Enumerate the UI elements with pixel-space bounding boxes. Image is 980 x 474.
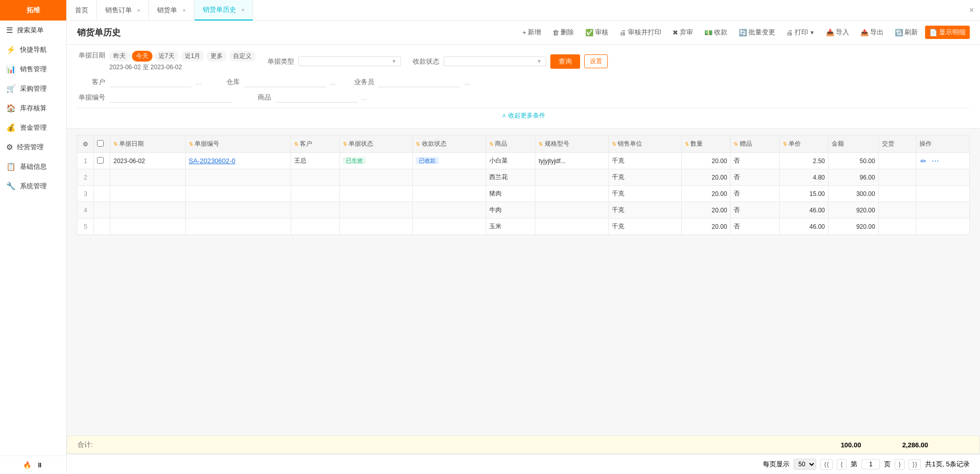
goods-input[interactable] — [275, 92, 357, 103]
salesperson-dots[interactable]: ... — [465, 78, 470, 86]
date-filter-label: 单据日期 — [77, 51, 105, 60]
per-page-select[interactable]: 50 — [794, 459, 816, 470]
chip-today[interactable]: 今天 — [132, 51, 152, 62]
print-button[interactable]: 🖨 打印 ▼ — [782, 26, 819, 39]
abandon-icon: ✖ — [672, 29, 678, 36]
receive-button[interactable]: 💵 收款 — [700, 26, 732, 39]
col-unit[interactable]: ⇅ 销售单位 — [608, 135, 681, 153]
chip-yesterday[interactable]: 昨天 — [109, 51, 130, 62]
warehouse-dots[interactable]: ... — [330, 78, 336, 86]
tab-sales-goods[interactable]: 销货单 × — [149, 0, 194, 21]
sidebar-item-purchase-mgmt[interactable]: 🛒 采购管理 — [0, 79, 66, 98]
salesperson-input[interactable] — [378, 77, 460, 87]
col-unit-price[interactable]: ⇅ 单价 — [779, 135, 828, 153]
sidebar-item-basic-info[interactable]: 📋 基础信息 — [0, 157, 66, 176]
table-header-row: ⚙ ⇅ 单据日期 ⇅ 单据编号 ⇅ 客户 ⇅ 单据状态 ⇅ 收款状态 ⇅ 商品 … — [78, 135, 970, 153]
col-pay-status[interactable]: ⇅ 收款状态 — [413, 135, 486, 153]
col-quantity[interactable]: ⇅ 数量 — [682, 135, 731, 153]
doc-no-link[interactable]: SA-20230602-0 — [189, 157, 236, 165]
select-all-checkbox[interactable] — [97, 140, 104, 147]
fire-icon[interactable]: 🔥 — [23, 461, 31, 469]
page-next-button[interactable]: ⟩ — [895, 459, 905, 470]
payment-status-select[interactable]: ▼ — [444, 56, 546, 66]
chip-last7[interactable]: 近7天 — [155, 51, 179, 62]
page-input[interactable] — [861, 459, 880, 469]
doc-type-select[interactable]: ▼ — [298, 56, 401, 66]
cell-quantity: 20.00 — [682, 153, 731, 169]
abandon-button[interactable]: ✖ 弃审 — [668, 26, 697, 39]
tab-sales-order-close[interactable]: × — [137, 7, 140, 13]
cell-checkbox — [94, 153, 110, 169]
customer-filter: 客户 ... — [77, 77, 201, 87]
show-detail-button[interactable]: 📄 显示明细 — [925, 26, 970, 39]
refresh-button[interactable]: 🔃 刷新 — [891, 26, 922, 39]
audit-print-button[interactable]: 🖨 审核并打印 — [616, 26, 665, 39]
col-spec[interactable]: ⇅ 规格型号 — [535, 135, 608, 153]
cell-pay-status — [413, 169, 486, 186]
cell-amount: 50.00 — [828, 153, 878, 169]
warehouse-label: 仓库 — [212, 77, 240, 87]
batch-change-button[interactable]: 🔄 批量变更 — [735, 26, 779, 39]
page-last-button[interactable]: ⟩⟩ — [909, 459, 921, 470]
sidebar-item-sales-mgmt[interactable]: 📊 销售管理 — [0, 60, 66, 79]
sidebar-item-sys-mgmt[interactable]: 🔧 系统管理 — [0, 176, 66, 196]
col-doc-no[interactable]: ⇅ 单据编号 — [185, 135, 291, 153]
col-doc-status[interactable]: ⇅ 单据状态 — [339, 135, 412, 153]
customer-input[interactable] — [109, 77, 191, 87]
tab-sales-history[interactable]: 销货单历史 × — [195, 0, 253, 21]
tab-close-all[interactable]: × — [963, 6, 980, 15]
delete-icon: 🗑 — [552, 29, 559, 36]
pause-icon[interactable]: ⏸ — [36, 461, 43, 469]
cell-doc-status — [339, 186, 412, 202]
sidebar-item-search-menu[interactable]: ☰ 搜索菜单 — [0, 21, 66, 40]
col-goods[interactable]: ⇅ 商品 — [486, 135, 535, 153]
collapse-button[interactable]: ∧ 收起更多条件 — [77, 108, 970, 122]
col-date[interactable]: ⇅ 单据日期 — [110, 135, 186, 153]
new-button[interactable]: + 新增 — [518, 26, 546, 39]
sidebar-item-quick-nav[interactable]: ⚡ 快捷导航 — [0, 40, 66, 60]
more-button[interactable]: ⋯ — [931, 157, 940, 165]
export-button[interactable]: 📤 导出 — [856, 26, 888, 39]
tab-home[interactable]: 首页 — [67, 0, 97, 21]
col-gift[interactable]: ⇅ 赠品 — [731, 135, 779, 153]
cell-quantity: 20.00 — [682, 202, 731, 219]
goods-filter: 商品 ... — [243, 92, 367, 103]
sidebar-item-inventory-calc[interactable]: 🏠 库存核算 — [0, 98, 66, 118]
tab-bar: 首页 销售订单 × 销货单 × 销货单历史 × × — [67, 0, 980, 21]
chip-more[interactable]: 更多 — [206, 51, 227, 62]
cell-unit-price: 46.00 — [779, 202, 828, 219]
doc-no-input[interactable] — [109, 92, 233, 103]
page-prev-button[interactable]: ⟨ — [837, 459, 847, 470]
edit-button[interactable]: ✏ — [919, 157, 928, 165]
content-area: 销货单历史 + 新增 🗑 删除 ✅ 审核 🖨 审核并打印 — [67, 21, 980, 474]
tab-sales-goods-close[interactable]: × — [182, 7, 185, 13]
warehouse-filter: 仓库 ... — [212, 77, 336, 87]
tab-sales-history-close[interactable]: × — [241, 7, 244, 13]
per-page-label: 每页显示 — [763, 460, 790, 469]
delete-button[interactable]: 🗑 删除 — [548, 26, 578, 39]
col-amount: 金额 — [828, 135, 878, 153]
col-customer[interactable]: ⇅ 客户 — [291, 135, 339, 153]
chip-custom[interactable]: 自定义 — [229, 51, 256, 62]
cell-goods: 西兰花 — [486, 169, 535, 186]
goods-dots[interactable]: ... — [361, 94, 367, 102]
chip-last1m[interactable]: 近1月 — [181, 51, 205, 62]
cell-doc-status — [339, 169, 412, 186]
col-settings[interactable]: ⚙ — [78, 135, 94, 153]
audit-button[interactable]: ✅ 审核 — [581, 26, 612, 39]
customer-dots[interactable]: ... — [196, 78, 201, 86]
tab-sales-order[interactable]: 销售订单 × — [97, 0, 149, 21]
cell-docno — [185, 186, 291, 202]
sys-mgmt-icon: 🔧 — [6, 182, 16, 191]
warehouse-input[interactable] — [244, 77, 326, 87]
page-header: 销货单历史 + 新增 🗑 删除 ✅ 审核 🖨 审核并打印 — [67, 21, 980, 45]
sidebar-item-fund-mgmt[interactable]: 💰 资金管理 — [0, 118, 66, 137]
date-range: 2023-06-02 至 2023-06-02 — [109, 63, 256, 72]
import-button[interactable]: 📥 导入 — [822, 26, 853, 39]
row-checkbox[interactable] — [97, 157, 104, 164]
sidebar-item-ops-mgmt[interactable]: ⚙ 经营管理 — [0, 137, 66, 157]
settings-button[interactable]: 设置 — [584, 54, 608, 68]
doc-type-filter: 单据类型 ▼ — [266, 56, 401, 66]
page-first-button[interactable]: ⟨⟨ — [820, 459, 833, 470]
query-button[interactable]: 查询 — [550, 54, 580, 69]
